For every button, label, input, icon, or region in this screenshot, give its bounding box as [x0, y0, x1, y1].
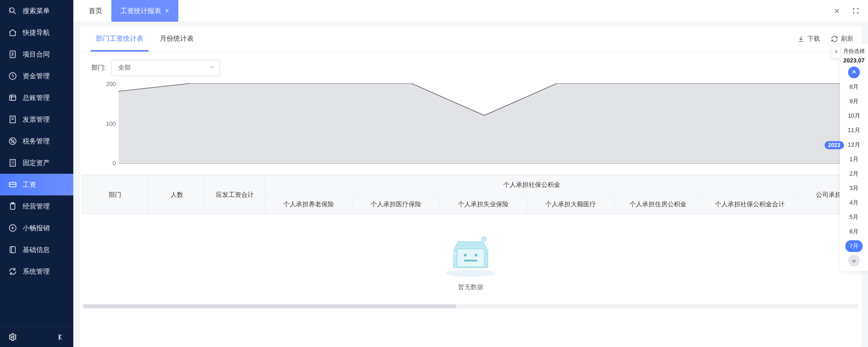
- svg-point-14: [12, 336, 14, 338]
- sidebar-item-2[interactable]: 项目合同: [0, 43, 73, 65]
- department-filter-label: 部门:: [91, 64, 106, 72]
- table-wrap[interactable]: 部门人数应发工资合计个人承担社保公积金公司承担个人承担养老保险个人承担医疗保险个…: [81, 175, 860, 214]
- svg-point-22: [453, 252, 456, 255]
- month-item[interactable]: 11月: [844, 124, 863, 136]
- y-tick: 200: [106, 81, 116, 87]
- collapse-icon[interactable]: [56, 333, 65, 342]
- svg-rect-13: [10, 247, 15, 252]
- sidebar-item-label: 资金管理: [23, 72, 50, 81]
- month-item[interactable]: 9月: [845, 95, 863, 107]
- month-panel-collapse-button[interactable]: [832, 45, 840, 58]
- sidebar-item-5[interactable]: 发票管理: [0, 109, 73, 130]
- month-item[interactable]: 2月: [845, 168, 863, 180]
- svg-point-18: [464, 254, 467, 257]
- tab-label: 首页: [89, 7, 102, 15]
- sidebar-item-10[interactable]: 小畅报销: [0, 217, 73, 239]
- department-select[interactable]: 全部: [111, 60, 220, 76]
- download-button[interactable]: 下载: [797, 35, 820, 43]
- card-icon: [8, 180, 17, 189]
- sidebar-item-0[interactable]: 搜索菜单: [0, 0, 73, 22]
- sidebar-item-label: 小畅报销: [23, 224, 50, 233]
- building-icon: [8, 158, 17, 167]
- month-item[interactable]: 5月: [845, 211, 863, 223]
- refresh-button[interactable]: 刷新: [831, 35, 854, 43]
- bag-icon: [8, 71, 17, 81]
- svg-rect-20: [464, 260, 477, 261]
- month-item[interactable]: 8月: [845, 81, 863, 93]
- month-panel: 月份选择 2023.07 8月9月10月11月12月1月2月3月4月5月6月7月…: [840, 43, 868, 271]
- sidebar-item-6[interactable]: 税务管理: [0, 130, 73, 152]
- scrollbar-thumb[interactable]: [83, 304, 456, 308]
- gear-icon[interactable]: [8, 333, 17, 342]
- month-item[interactable]: 12月: [844, 139, 863, 151]
- month-item[interactable]: 7月: [845, 240, 863, 252]
- month-scroll-down-button[interactable]: [848, 255, 860, 266]
- month-item[interactable]: 6月: [845, 226, 863, 238]
- chart: 2001000: [80, 81, 862, 171]
- sidebar: 搜索菜单快捷导航项目合同资金管理总账管理发票管理税务管理固定资产工资经营管理小畅…: [0, 0, 73, 347]
- sidebar-item-label: 固定资产: [23, 159, 50, 167]
- svg-point-7: [13, 142, 14, 143]
- chart-plot: [119, 83, 850, 164]
- sidebar-item-label: 快捷导航: [23, 29, 50, 37]
- month-item[interactable]: 3月: [845, 182, 863, 194]
- month-item[interactable]: 1月: [845, 153, 863, 165]
- sidebar-item-label: 发票管理: [23, 115, 50, 124]
- sidebar-item-4[interactable]: 总账管理: [0, 87, 73, 109]
- svg-rect-8: [10, 160, 15, 166]
- svg-point-16: [446, 270, 496, 277]
- search-icon: [8, 6, 17, 15]
- sidebar-item-9[interactable]: 经营管理: [0, 195, 73, 217]
- col-header: 个人承担住房公积金: [615, 195, 702, 214]
- subtabs: 部门工资统计表月份统计表 下载 刷新: [80, 26, 862, 52]
- close-all-tabs-button[interactable]: [829, 3, 844, 19]
- filter-row: 部门: 全部: [80, 52, 862, 81]
- col-header: 个人承担大额医疗: [527, 195, 615, 214]
- svg-rect-17: [457, 249, 484, 267]
- col-header: 个人承担社保公积金合计: [702, 195, 798, 214]
- year-badge: 2023: [825, 141, 844, 149]
- tab-0[interactable]: 首页: [80, 0, 111, 22]
- subtab-0[interactable]: 部门工资统计表: [88, 26, 152, 52]
- sidebar-item-label: 工资: [23, 181, 36, 189]
- clipboard-icon: [8, 202, 17, 211]
- svg-point-21: [482, 236, 487, 242]
- subtab-1[interactable]: 月份统计表: [152, 26, 202, 52]
- month-panel-title: 月份选择: [843, 48, 865, 54]
- sidebar-item-1[interactable]: 快捷导航: [0, 22, 73, 43]
- sidebar-item-7[interactable]: 固定资产: [0, 152, 73, 174]
- sidebar-item-label: 系统管理: [23, 267, 50, 276]
- main: 首页工资统计报表✕ 部门工资统计表月份统计表 下载: [73, 0, 868, 347]
- close-icon[interactable]: ✕: [165, 8, 169, 14]
- chevron-down-icon: [209, 64, 215, 72]
- col-header: 个人承担失业保险: [440, 195, 527, 214]
- sidebar-item-label: 项目合同: [23, 50, 50, 59]
- sidebar-item-8[interactable]: 工资: [0, 174, 73, 195]
- col-header: 人数: [148, 176, 205, 214]
- home-icon: [8, 28, 17, 37]
- col-header: 个人承担养老保险: [265, 195, 353, 214]
- y-tick: 100: [106, 120, 116, 127]
- svg-rect-3: [10, 95, 15, 100]
- y-tick: 0: [113, 160, 116, 166]
- empty-illustration-icon: [439, 228, 502, 278]
- sidebar-item-label: 搜索菜单: [23, 7, 50, 15]
- sidebar-item-label: 基础信息: [23, 246, 50, 254]
- svg-point-6: [11, 139, 12, 141]
- fullscreen-button[interactable]: [848, 3, 863, 19]
- month-item[interactable]: 4月: [845, 197, 863, 209]
- month-scroll-up-button[interactable]: [848, 67, 860, 78]
- tab-1[interactable]: 工资统计报表✕: [111, 0, 178, 22]
- sidebar-item-label: 税务管理: [23, 137, 50, 146]
- month-item[interactable]: 10月: [844, 110, 863, 122]
- sidebar-item-3[interactable]: 资金管理: [0, 65, 73, 87]
- sidebar-item-12[interactable]: 系统管理: [0, 261, 73, 282]
- col-header: 部门: [82, 176, 149, 214]
- horizontal-scrollbar[interactable]: [82, 304, 859, 309]
- col-header: 个人承担医疗保险: [353, 195, 440, 214]
- percent-icon: [8, 137, 17, 146]
- sidebar-item-11[interactable]: 基础信息: [0, 239, 73, 261]
- content-card: 部门工资统计表月份统计表 下载 刷新 部门: 全部: [80, 26, 862, 347]
- tabbar: 首页工资统计报表✕: [73, 0, 868, 22]
- receipt-icon: [8, 115, 17, 124]
